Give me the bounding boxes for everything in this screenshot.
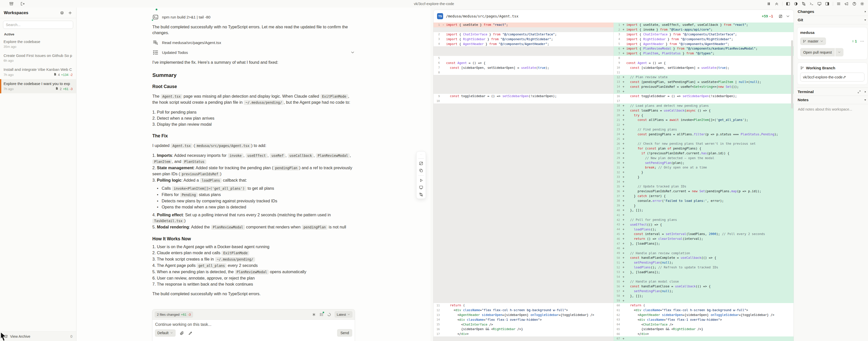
theme-icon[interactable] <box>794 2 798 6</box>
chat-panel: npm run build 2>&1 | tail -80The build c… <box>77 8 430 341</box>
collapse-up-icon[interactable] <box>774 2 779 6</box>
ellipsis-icon[interactable] <box>860 39 864 43</box>
diff-row: 9 const toggleSidebar = () => setSidebar… <box>433 94 794 99</box>
list-item: •Detects new plans by comparing against … <box>152 198 355 204</box>
edit-icon[interactable] <box>843 75 846 79</box>
chevron-down-icon <box>170 331 173 334</box>
panel-right-icon[interactable] <box>825 2 830 6</box>
diff-row: 34+ <box>433 179 794 184</box>
search-input[interactable] <box>3 21 73 29</box>
diff-row: 24+ const pendingPlans = allPlans.filter… <box>433 132 794 136</box>
layers-icon[interactable] <box>60 11 64 15</box>
send-button[interactable]: Send <box>337 329 352 337</box>
git-compare-icon[interactable] <box>419 192 423 197</box>
plus-icon[interactable] <box>68 11 72 15</box>
diff-scrollbar[interactable] <box>791 40 793 108</box>
pen-icon[interactable] <box>188 331 193 335</box>
diff-row: 1017 <box>433 99 794 103</box>
notes-placeholder[interactable]: Add notes about this workspace... <box>797 104 868 114</box>
additions-count: +61 <box>181 313 187 316</box>
todos-status-icon[interactable] <box>319 312 324 317</box>
git-compare-icon[interactable] <box>801 2 806 6</box>
diff-row: 27+ for (const plan of pendingPlans) { <box>433 146 794 151</box>
inline-code: PlanReviewModal <box>235 270 269 275</box>
spinner-icon[interactable] <box>327 312 331 317</box>
diff-row: 52+ loadPlans(); // Refresh to update tr… <box>433 265 794 270</box>
pull-request-options-button[interactable] <box>835 48 843 56</box>
terminal-section-header[interactable]: Terminal <box>797 88 868 96</box>
diff-view-icon[interactable] <box>778 14 783 19</box>
changes-section-header[interactable]: Changes <box>797 8 868 16</box>
workspace-item[interactable]: Create Good First Issues on Github So p6… <box>0 51 76 65</box>
chevron-down-icon[interactable] <box>350 50 355 55</box>
expand-icon[interactable] <box>857 90 861 94</box>
megaphone-icon[interactable] <box>844 2 849 6</box>
repo-name: medusa <box>800 30 864 35</box>
workspace-item[interactable]: Install and integrate Vibe Kanban Web C7… <box>0 65 76 79</box>
active-section-label: Active <box>0 30 76 37</box>
diff-row: 31+ break; // Only open one at a time <box>433 165 794 170</box>
image-off-icon[interactable] <box>419 161 423 166</box>
diff-row: 25+ <box>433 136 794 142</box>
diff-row: 12+ // Plan review state <box>433 75 794 80</box>
git-branch-icon <box>800 66 804 70</box>
diff-row: 12 <div className="flex flex-col h-scree… <box>433 308 794 313</box>
inline-code: PlanItem <box>152 159 172 164</box>
tool-call-row[interactable]: Updated Todos <box>152 49 355 56</box>
copy-icon[interactable] <box>419 168 423 173</box>
bullet-list: •Calls invoke<PlanItem[]>('get_all_plans… <box>152 185 355 210</box>
chevron-down-icon[interactable] <box>786 14 790 19</box>
pause-icon[interactable] <box>767 2 771 6</box>
list-item: 1. Imports: Added necessary imports for … <box>152 153 355 165</box>
asterisk-icon[interactable] <box>312 312 316 317</box>
working-branch-input[interactable]: vk/3ccf-explore-the-code <box>800 72 864 82</box>
ordered-list: 1. Imports: Added necessary imports for … <box>152 153 355 183</box>
ordered-list: 1. User is on the Agent page with a Dock… <box>152 244 355 287</box>
composer-status-bar: 2 files changed +61 -3 Latest <box>152 309 355 320</box>
diff-row: 21+ const allPlans = await invoke<PlanIt… <box>433 118 794 122</box>
play-icon[interactable] <box>419 178 423 183</box>
commits-ahead[interactable]: 1 <box>851 39 857 43</box>
diff-row: 6+import { PlanReviewModal } from "@/com… <box>433 46 794 51</box>
mode-label: Default <box>157 331 168 335</box>
latest-dropdown[interactable]: Latest <box>335 311 352 318</box>
ordered-list: 4. Polling effect: Set up a polling inte… <box>152 212 355 230</box>
ordered-list: 1. Poll for pending plans2. Detect when … <box>152 109 355 127</box>
status-dot <box>323 312 324 313</box>
workspace-item[interactable]: Explore the codebase35m ago <box>0 37 76 51</box>
diff-row: 47+ }, [loadPlans]); <box>433 241 794 246</box>
notes-section-header[interactable]: Notes <box>797 96 868 104</box>
settings-icon[interactable] <box>860 2 864 6</box>
open-pull-request-button[interactable]: Open pull request <box>800 48 835 56</box>
file-icon <box>55 87 58 91</box>
composer-actions: Default Send <box>152 327 355 337</box>
view-archive-button[interactable]: View Archive 0 <box>0 331 76 341</box>
chat-scroll-area[interactable]: npm run build 2>&1 | tail -80The build c… <box>77 8 430 309</box>
message-input[interactable] <box>155 322 352 327</box>
archive-count: 0 <box>70 334 72 338</box>
help-icon[interactable] <box>852 2 857 6</box>
workspace-item-time: 7h ago <box>4 73 14 76</box>
diff-row: 57+ setPendingPlan(null); <box>433 289 794 294</box>
inline-code: Agent.tsx <box>170 144 192 148</box>
branch-dropdown[interactable]: master <box>800 37 826 45</box>
workspace-item[interactable]: Explore the codebase I want you to exp7h… <box>0 79 76 93</box>
menu-icon[interactable] <box>836 2 841 6</box>
tool-call-row[interactable]: npm run build 2>&1 | tail -80 <box>152 14 355 20</box>
files-changed-badge[interactable]: 2 files changed +61 -3 <box>155 311 193 318</box>
monitor-icon[interactable] <box>419 185 423 190</box>
inline-code: invoke <box>228 153 243 158</box>
mode-dropdown[interactable]: Default <box>155 329 176 337</box>
chat-content: npm run build 2>&1 | tail -80The build c… <box>152 8 355 297</box>
drag-handle-icon[interactable] <box>418 153 424 156</box>
monitor-icon[interactable] <box>817 2 822 6</box>
git-branch-icon <box>803 39 806 43</box>
tool-call-row[interactable]: Read medusa/src/pages/Agent.tsx <box>152 39 355 46</box>
triangle-down-icon <box>863 98 867 102</box>
git-section-header[interactable]: Git <box>797 16 868 24</box>
paperclip-icon[interactable] <box>179 331 184 335</box>
status-dot <box>156 9 157 10</box>
panel-left-icon[interactable] <box>786 2 790 6</box>
list-item: 2. Claude enters plan mode and calls Exi… <box>152 250 355 256</box>
terminal-glyph-icon[interactable] <box>809 2 814 6</box>
